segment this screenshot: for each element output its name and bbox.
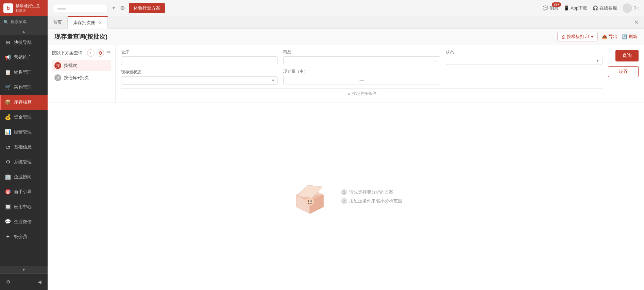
sidebar-item-purchase[interactable]: 🛒 采购管理 (0, 80, 48, 95)
main-area: ▬▬ ▼ ⚙ 体验行业方案 💬 消息 99+ 📱 App下载 🎧 在线客服 Ri (48, 0, 644, 290)
inventory-status-input[interactable]: ▼ (121, 76, 278, 85)
tab-close-icon[interactable]: ✕ (99, 20, 102, 25)
nav-icon-finance: 💰 (4, 114, 11, 121)
scheme-add-btn[interactable]: ＋ (87, 49, 95, 57)
sidebar-item-enterprise[interactable]: 🏢 企业协同 (0, 169, 48, 184)
nav-icon-appstore: 🔲 (4, 203, 11, 210)
qty-main-min[interactable] (286, 78, 357, 83)
settings-btn[interactable]: 设置 (608, 66, 639, 77)
nav-label-basic: 基础信息 (14, 144, 32, 150)
tip-num-1: 1 (341, 189, 347, 195)
nav-label-guide: 新手引导 (14, 189, 32, 195)
scheme-collapse-btn[interactable]: ≪ (106, 49, 111, 57)
app-edition: 标准版 (16, 8, 40, 13)
query-btn[interactable]: 查询 (615, 50, 639, 61)
nav-icon-wechat: 💬 (4, 218, 11, 225)
filter-row-2: 现存量状态 ▼ 现存量（主） — (121, 69, 603, 85)
warehouse-label: 仓库 (121, 49, 278, 55)
app-download-btn[interactable]: 📱 App下载 (564, 5, 587, 11)
nav-label-business: 经营管理 (14, 129, 32, 135)
sidebar-settings-btn[interactable]: ⚙ (3, 277, 13, 287)
export-btn[interactable]: 📤 导出 (602, 34, 617, 40)
empty-state: 1 请先选择要分析的方案 2 用过滤条件来缩小分析范围 (48, 103, 644, 290)
sidebar-item-member[interactable]: ✦ 畅会员 (0, 229, 48, 244)
nav-icon-sales: 📋 (4, 69, 11, 76)
scheme-item-warehouse-batch[interactable]: 按 按仓库+批次 (52, 72, 111, 83)
tabs-bar: 首页 库存批次账 ✕ ✕ (48, 16, 644, 29)
nav-icon-system: ⚙ (4, 159, 11, 165)
filter-area: 按以下方案查询 ＋ ⚙ ≪ 按 按批次 按 按仓库+批次 (48, 45, 644, 103)
headset-icon: 🎧 (593, 5, 598, 11)
print-label: 按模板打印 (567, 34, 589, 40)
sidebar-scroll-up[interactable]: ▲ (0, 28, 48, 35)
user-avatar-btn[interactable]: Rit (623, 3, 639, 13)
svg-point-5 (308, 200, 309, 202)
warehouse-input[interactable]: ··· (121, 56, 278, 65)
scheme-icon-warehouse-batch: 按 (54, 74, 61, 81)
scheme-settings-btn[interactable]: ⚙ (97, 49, 104, 57)
nav-icon-guide: 🎯 (4, 188, 11, 195)
topbar: ▬▬ ▼ ⚙ 体验行业方案 💬 消息 99+ 📱 App下载 🎧 在线客服 Ri (48, 0, 644, 16)
tip-text-1: 请先选择要分析的方案 (349, 189, 393, 195)
sidebar-item-business[interactable]: 📊 经营管理 (0, 125, 48, 140)
sidebar-item-wechat[interactable]: 💬 企业微信 (0, 214, 48, 229)
messages-btn[interactable]: 💬 消息 99+ (543, 5, 558, 11)
filter-field-qty-main: 现存量（主） — (283, 69, 440, 85)
nav-label-sales: 销售管理 (14, 69, 32, 75)
qty-dash: — (360, 78, 364, 83)
sidebar-item-inventory[interactable]: 📦 库存核算 (0, 95, 48, 110)
nav-icon-member: ✦ (4, 233, 11, 240)
product-more-icon[interactable]: ··· (434, 58, 437, 63)
sidebar-footer: ⚙ ◀ (0, 273, 48, 290)
collapse-label: 收起更多条件 (352, 91, 376, 96)
sidebar-item-quick-nav[interactable]: ⊞ 快捷导航 (0, 35, 48, 50)
refresh-icon: 🔄 (622, 34, 627, 39)
sidebar-item-appstore[interactable]: 🔲 应用中心 (0, 199, 48, 214)
empty-icon (289, 176, 330, 217)
print-dropdown-icon[interactable]: ▼ (590, 35, 594, 39)
nav-icon-enterprise: 🏢 (4, 174, 11, 180)
sidebar-item-sales[interactable]: 📋 销售管理 (0, 65, 48, 80)
sidebar-item-guide[interactable]: 🎯 新手引导 (0, 184, 48, 199)
phone-icon: 📱 (564, 5, 569, 11)
scheme-item-batch[interactable]: 按 按批次 (52, 60, 111, 71)
online-support-label: 在线客服 (599, 5, 617, 11)
svg-point-6 (310, 200, 312, 202)
app-logo: b (3, 3, 13, 13)
nav-label-purchase: 采购管理 (14, 84, 32, 90)
online-support-btn[interactable]: 🎧 在线客服 (593, 5, 617, 11)
refresh-btn[interactable]: 🔄 刷新 (622, 34, 637, 40)
qty-main-label: 现存量（主） (283, 69, 440, 74)
status-input[interactable]: ▼ (446, 57, 603, 65)
refresh-label: 刷新 (628, 34, 637, 40)
warehouse-more-icon[interactable]: ··· (271, 58, 275, 63)
sidebar-scroll-down[interactable]: ▼ (0, 266, 48, 273)
filter-field-status: 状态 ▼ (446, 50, 603, 65)
sidebar-item-finance[interactable]: 💰 资金管理 (0, 110, 48, 125)
experience-btn[interactable]: 体验行业方案 (129, 3, 165, 13)
topbar-dropdown-icon[interactable]: ▼ (112, 5, 116, 11)
sidebar-search-label: 搜索菜单 (11, 19, 27, 25)
filter-field-inventory-status: 现存量状态 ▼ (121, 69, 278, 85)
status-label: 状态 (446, 50, 603, 55)
search-icon: 🔍 (3, 20, 9, 24)
sidebar-item-basic[interactable]: 🗂 基础信息 (0, 140, 48, 155)
sidebar-item-system[interactable]: ⚙ 系统管理 (0, 155, 48, 169)
sidebar-search[interactable]: 🔍 搜索菜单 (0, 16, 48, 28)
nav-label-finance: 资金管理 (14, 114, 32, 120)
print-btn[interactable]: 🖨 按模板打印 ▼ (557, 32, 598, 41)
qty-main-max[interactable] (367, 78, 437, 83)
tab-close-main-btn[interactable]: ✕ (629, 19, 644, 25)
sidebar-item-marketing[interactable]: 📢 营销推广 (0, 50, 48, 65)
svg-point-4 (306, 198, 314, 206)
product-input[interactable]: ··· (283, 56, 440, 65)
messages-badge: 99+ (552, 2, 561, 7)
tab-home[interactable]: 首页 (48, 16, 68, 29)
collapse-more-btn[interactable]: ∧ 收起更多条件 (121, 88, 603, 98)
nav-icon-inventory: 📦 (4, 99, 11, 106)
topbar-settings-icon[interactable]: ⚙ (120, 5, 125, 11)
scheme-panel-title: 按以下方案查询 (52, 50, 83, 56)
sidebar-collapse-btn[interactable]: ◀ (35, 277, 44, 287)
tab-inventory-batch[interactable]: 库存批次账 ✕ (68, 16, 108, 29)
tip-text-2: 用过滤条件来缩小分析范围 (349, 198, 402, 204)
